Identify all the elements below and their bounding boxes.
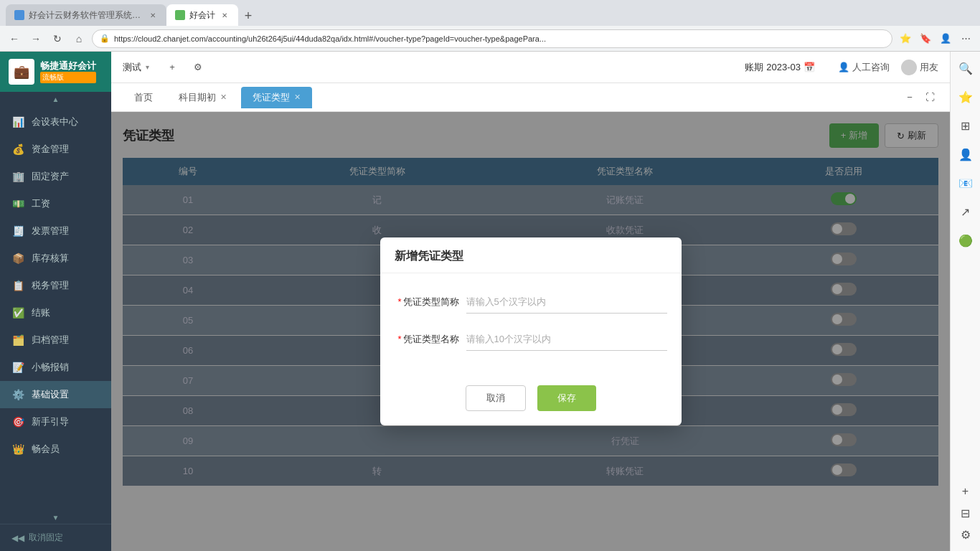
main-content-wrapper: 测试 ▾ + ⚙ 账期 2023-03 📅 👤 人工咨询 用友 (111, 52, 950, 551)
sidebar-item-archive[interactable]: 🗂️ 归档管理 (0, 326, 111, 354)
logo-badge: 流畅版 (40, 72, 96, 83)
sidebar-item-member[interactable]: 👑 畅会员 (0, 435, 111, 463)
tab-close-2[interactable]: ✕ (220, 10, 230, 20)
tab-maximize-button[interactable]: ⛶ (921, 89, 938, 106)
sidebar-item-invoice[interactable]: 🧾 发票管理 (0, 217, 111, 245)
extension-icon-1[interactable]: ⭐ (897, 30, 914, 47)
right-sidebar-search[interactable]: 🔍 (955, 57, 976, 79)
forward-button[interactable]: → (27, 30, 44, 47)
tab-voucher-type-label: 凭证类型 (253, 91, 290, 104)
settings-button[interactable]: ⚙ (188, 57, 208, 77)
right-sidebar-arrow[interactable]: ↗ (955, 201, 976, 222)
funds-icon: 💰 (11, 143, 24, 156)
sidebar-item-settle[interactable]: ✅ 结账 (0, 299, 111, 326)
tab-voucher-type-close[interactable]: ✕ (294, 93, 301, 102)
tab-favicon-1 (14, 10, 24, 20)
tab-title-2: 好会计 (189, 9, 215, 22)
abbr-form-row: *凭证类型简称 (395, 291, 667, 314)
name-form-row: *凭证类型名称 (395, 328, 667, 351)
sidebar-item-inventory[interactable]: 📦 库存核算 (0, 245, 111, 272)
sidebar-item-label-dashboard: 会设表中心 (32, 116, 78, 128)
right-sidebar-plus[interactable]: + (955, 481, 976, 502)
sidebar-scroll-up[interactable]: ▲ (0, 92, 111, 105)
name-required-mark: * (397, 334, 401, 344)
add-workspace-button[interactable]: + (162, 57, 182, 77)
right-sidebar-outlook[interactable]: 📧 (955, 172, 976, 194)
sidebar-item-salary[interactable]: 💵 工资 (0, 190, 111, 217)
refresh-button[interactable]: ↻ (49, 30, 66, 47)
browser-menu-button[interactable]: ⋯ (957, 30, 974, 47)
modal-footer: 取消 保存 (380, 377, 682, 425)
sidebar-scroll-down[interactable]: ▼ (0, 510, 111, 524)
user-info[interactable]: 用友 (901, 60, 938, 75)
address-text: https://cloud2.chanjet.com/accounting/uh… (114, 34, 885, 43)
tab-close-1[interactable]: ✕ (148, 10, 158, 20)
address-bar[interactable]: 🔒 https://cloud2.chanjet.com/accounting/… (92, 29, 892, 48)
tab-minimize-button[interactable]: − (901, 89, 918, 106)
right-sidebar: 🔍 ⭐ ⊞ 👤 📧 ↗ 🟢 + ⊟ ⚙ (950, 52, 980, 551)
consult-icon: 👤 (838, 62, 849, 72)
right-sidebar-config[interactable]: ⚙ (955, 524, 976, 545)
period-label: 账期 (745, 61, 763, 74)
page-tabs: 首页 科目期初 ✕ 凭证类型 ✕ − ⛶ (111, 83, 950, 112)
settings-icon: ⚙️ (11, 388, 24, 401)
extension-icon-2[interactable]: 🔖 (917, 30, 934, 47)
extension-icon-3[interactable]: 👤 (937, 30, 954, 47)
app-header: 测试 ▾ + ⚙ 账期 2023-03 📅 👤 人工咨询 用友 (111, 52, 950, 83)
consult-label: 人工咨询 (852, 61, 890, 74)
sidebar-item-label-salary: 工资 (32, 197, 50, 210)
browser-tab-1[interactable]: 好会计云财务软件管理系统_会计 ✕ (6, 4, 166, 26)
sidebar-items: 📊 会设表中心 💰 资金管理 🏢 固定资产 💵 工资 🧾 发票管理 📦 (0, 105, 111, 510)
tab-title-1: 好会计云财务软件管理系统_会计 (29, 9, 143, 22)
tax-icon: 📋 (11, 279, 24, 292)
tab-voucher-type[interactable]: 凭证类型 ✕ (241, 87, 312, 108)
tab-favicon-2 (175, 10, 185, 20)
sidebar-item-dashboard[interactable]: 📊 会设表中心 (0, 108, 111, 136)
sidebar-item-guide[interactable]: 🎯 新手引导 (0, 408, 111, 435)
period-value: 2023-03 (766, 62, 801, 72)
back-button[interactable]: ← (6, 30, 23, 47)
invoice-icon: 🧾 (11, 225, 24, 237)
period-calendar-icon[interactable]: 📅 (804, 62, 815, 72)
abbr-label: *凭证类型简称 (395, 296, 466, 309)
sidebar-item-funds[interactable]: 💰 资金管理 (0, 136, 111, 163)
salary-icon: 💵 (11, 197, 24, 210)
lock-icon: 🔒 (100, 34, 110, 43)
sidebar-item-label-settings: 基础设置 (32, 388, 69, 401)
tab-home[interactable]: 首页 (123, 87, 164, 108)
consult-button[interactable]: 👤 人工咨询 (838, 61, 890, 74)
app-container: 💼 畅捷通好会计 流畅版 ▲ 📊 会设表中心 💰 资金管理 🏢 固定资产 (0, 52, 980, 551)
sidebar-item-tax[interactable]: 📋 税务管理 (0, 272, 111, 299)
browser-toolbar-icons: ⭐ 🔖 👤 ⋯ (897, 30, 974, 47)
logo-text: 畅捷通好会计 (40, 60, 96, 72)
right-sidebar-user[interactable]: 👤 (955, 143, 976, 165)
user-avatar (901, 60, 917, 75)
sidebar-item-label-settle: 结账 (32, 306, 50, 319)
add-voucher-type-modal: 新增凭证类型 *凭证类型简称 *凭证类型名称 (380, 237, 682, 425)
right-sidebar-grid[interactable]: ⊞ (955, 115, 976, 136)
sidebar-item-report[interactable]: 📝 小畅报销 (0, 354, 111, 381)
sidebar-item-settings[interactable]: ⚙️ 基础设置 (0, 381, 111, 408)
user-name: 用友 (920, 61, 938, 74)
home-button[interactable]: ⌂ (70, 30, 88, 47)
tab-subject-init[interactable]: 科目期初 ✕ (167, 87, 238, 108)
workspace-selector[interactable]: 测试 ▾ (123, 61, 149, 74)
save-button[interactable]: 保存 (537, 385, 596, 411)
sidebar-item-fixed-assets[interactable]: 🏢 固定资产 (0, 163, 111, 190)
tab-home-label: 首页 (134, 91, 153, 104)
logo-icon: 💼 (9, 59, 34, 85)
tab-subject-init-close[interactable]: ✕ (220, 93, 227, 102)
name-input[interactable] (466, 328, 667, 351)
sidebar: 💼 畅捷通好会计 流畅版 ▲ 📊 会设表中心 💰 资金管理 🏢 固定资产 (0, 52, 111, 551)
sidebar-item-label-funds: 资金管理 (32, 143, 69, 156)
sidebar-unpin-button[interactable]: ◀◀ 取消固定 (0, 524, 111, 551)
right-sidebar-download[interactable]: 🟢 (955, 230, 976, 251)
abbr-input[interactable] (466, 291, 667, 314)
right-sidebar-star[interactable]: ⭐ (955, 86, 976, 108)
new-tab-button[interactable]: + (238, 6, 258, 26)
member-icon: 👑 (11, 443, 24, 456)
sidebar-item-label-tax: 税务管理 (32, 279, 69, 292)
browser-tab-2[interactable]: 好会计 ✕ (166, 4, 238, 26)
right-sidebar-table[interactable]: ⊟ (955, 502, 976, 524)
cancel-button[interactable]: 取消 (466, 385, 526, 411)
